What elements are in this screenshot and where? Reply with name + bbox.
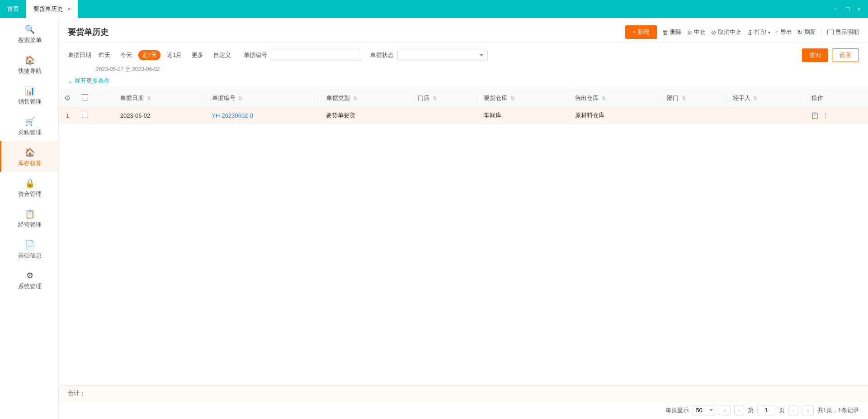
action-icons: 📋 ⋮ xyxy=(811,112,863,119)
search-menu-icon: 🔍 xyxy=(25,24,35,34)
tab-home-label: 首页 xyxy=(7,5,19,13)
filter-row-1: 单据日期 昨天 今天 近7天 近1月 更多 自定义 单据编号 xyxy=(68,48,859,62)
print-dropdown-icon: ▾ xyxy=(768,30,770,35)
row-checkbox-cell[interactable] xyxy=(76,107,115,124)
row-date: 2023-06-02 xyxy=(115,107,206,124)
per-page-select[interactable]: 50 20 100 200 xyxy=(693,405,715,415)
stop-icon: ⊘ xyxy=(687,29,692,36)
table-footer: 合计： xyxy=(59,385,868,401)
col-handler-label: 经手人 xyxy=(733,95,750,101)
doc-number-input[interactable] xyxy=(271,50,361,61)
sidebar-item-nav-label: 快捷导航 xyxy=(18,67,42,75)
shortcut-1month[interactable]: 近1月 xyxy=(163,50,185,60)
col-pending-warehouse-label: 待出仓库 xyxy=(575,95,599,101)
sidebar: 🔍 搜索菜单 🏠 快捷导航 📊 销售管理 🛒 采购管理 🏠 库存核算 🔒 资金管… xyxy=(0,18,59,419)
date-filter-label: 单据日期 xyxy=(68,51,91,59)
expand-more-button[interactable]: ⌄ 展开更多条件 xyxy=(68,77,859,85)
sidebar-item-purchase[interactable]: 🛒 采购管理 xyxy=(0,110,58,141)
row-req-warehouse: 车间库 xyxy=(478,107,570,124)
total-info: 共1页，1条记录 xyxy=(817,406,859,414)
per-page-label: 每页显示 xyxy=(665,406,689,414)
col-checkbox[interactable] xyxy=(76,89,115,107)
table-body: 1 2023-06-02 YH-20230602-0 要货单要货 车间库 原材料… xyxy=(59,107,868,124)
cancel-stop-button[interactable]: ⊘ 取消中止 xyxy=(711,28,741,36)
maximize-button[interactable]: □ xyxy=(846,5,849,13)
sidebar-item-finance-label: 资金管理 xyxy=(18,190,42,198)
filter-area: 单据日期 昨天 今天 近7天 近1月 更多 自定义 单据编号 xyxy=(59,43,868,89)
settings-button[interactable]: 设置 xyxy=(832,48,859,62)
tab-history[interactable]: 要货单历史 × xyxy=(26,0,78,18)
export-button[interactable]: ↑ 导出 xyxy=(776,28,793,36)
shortcut-custom[interactable]: 自定义 xyxy=(210,50,235,60)
sidebar-item-basic-label: 基础信息 xyxy=(18,252,42,260)
sidebar-item-finance[interactable]: 🔒 资金管理 xyxy=(0,172,58,203)
col-pending-warehouse[interactable]: 待出仓库 ⇅ xyxy=(570,89,661,107)
content-area: 要货单历史 + 新增 🗑 删除 ⊘ 中止 ⊘ 取消中止 🖨 打印 xyxy=(59,18,868,419)
col-number-label: 单据编号 xyxy=(212,95,236,101)
col-type[interactable]: 单据类型 ⇅ xyxy=(321,89,412,107)
pagination: 每页显示 50 20 100 200 « ‹ 第 页 › » 共1页，1条记录 xyxy=(59,401,868,419)
shortcut-today[interactable]: 今天 xyxy=(117,50,136,60)
display-detail-input[interactable] xyxy=(827,29,834,35)
print-button[interactable]: 🖨 打印 ▾ xyxy=(747,28,770,36)
new-button[interactable]: + 新增 xyxy=(625,25,656,39)
sidebar-item-system[interactable]: ⚙ 系统管理 xyxy=(0,264,58,295)
page-title: 要货单历史 xyxy=(68,27,108,38)
sidebar-item-nav[interactable]: 🏠 快捷导航 xyxy=(0,49,58,80)
shortcut-more[interactable]: 更多 xyxy=(188,50,207,60)
edit-action-icon[interactable]: 📋 xyxy=(811,112,819,119)
col-handler[interactable]: 经手人 ⇅ xyxy=(727,89,806,107)
delete-button[interactable]: 🗑 删除 xyxy=(662,28,682,36)
date-range-display: 2023-05-27 至 2023-06-02 xyxy=(96,66,160,73)
doc-status-select[interactable] xyxy=(397,50,488,61)
sidebar-item-search[interactable]: 🔍 搜索菜单 xyxy=(0,18,58,49)
top-bar: 首页 要货单历史 × － □ × xyxy=(0,0,868,18)
col-store-sort-icon: ⇅ xyxy=(433,95,437,101)
date-shortcuts: 昨天 今天 近7天 近1月 更多 自定义 xyxy=(95,50,235,60)
shortcut-yesterday[interactable]: 昨天 xyxy=(95,50,114,60)
first-page-button[interactable]: « xyxy=(719,405,730,415)
table-row[interactable]: 1 2023-06-02 YH-20230602-0 要货单要货 车间库 原材料… xyxy=(59,107,868,124)
print-icon: 🖨 xyxy=(747,29,753,36)
col-req-warehouse[interactable]: 要货仓库 ⇅ xyxy=(478,89,570,107)
table-gear-icon[interactable]: ⚙ xyxy=(64,94,71,102)
query-button[interactable]: 查询 xyxy=(802,48,828,62)
col-number[interactable]: 单据编号 ⇅ xyxy=(206,89,321,107)
export-icon: ↑ xyxy=(776,29,779,36)
toolbar-divider xyxy=(821,29,822,36)
inventory-icon: 🏠 xyxy=(25,148,35,157)
row-number-link[interactable]: YH-20230602-0 xyxy=(212,112,253,119)
next-page-button[interactable]: › xyxy=(788,405,798,415)
sidebar-item-operation-label: 经营管理 xyxy=(18,221,42,229)
refresh-button[interactable]: ↻ 刷新 xyxy=(797,28,816,36)
close-button[interactable]: × xyxy=(857,5,861,13)
col-store[interactable]: 门店 ⇅ xyxy=(412,89,478,107)
tab-home[interactable]: 首页 xyxy=(0,0,26,18)
last-page-button[interactable]: » xyxy=(802,405,813,415)
page-prefix: 第 xyxy=(748,406,754,414)
row-checkbox[interactable] xyxy=(82,112,88,118)
more-action-icon[interactable]: ⋮ xyxy=(822,112,829,119)
sidebar-item-basic[interactable]: 📄 基础信息 xyxy=(0,233,58,264)
display-detail-checkbox[interactable]: 显示明细 xyxy=(827,28,859,36)
select-all-checkbox[interactable] xyxy=(82,94,88,100)
sidebar-item-operation[interactable]: 📋 经营管理 xyxy=(0,203,58,233)
col-dept[interactable]: 部门 ⇅ xyxy=(661,89,727,107)
shortcut-7days[interactable]: 近7天 xyxy=(138,50,160,60)
sidebar-item-sales[interactable]: 📊 销售管理 xyxy=(0,80,58,110)
sidebar-item-system-label: 系统管理 xyxy=(18,282,42,290)
col-type-sort-icon: ⇅ xyxy=(353,95,357,101)
col-settings[interactable]: ⚙ xyxy=(59,89,76,107)
stop-button[interactable]: ⊘ 中止 xyxy=(687,28,706,36)
prev-page-button[interactable]: ‹ xyxy=(734,405,744,415)
table-container: ⚙ 单据日期 ⇅ 单据编号 ⇅ xyxy=(59,89,868,385)
cancel-stop-icon: ⊘ xyxy=(711,29,716,36)
minimize-button[interactable]: － xyxy=(832,5,839,13)
sidebar-item-inventory[interactable]: 🏠 库存核算 xyxy=(0,141,58,172)
tab-history-close[interactable]: × xyxy=(67,6,71,12)
toolbar: + 新增 🗑 删除 ⊘ 中止 ⊘ 取消中止 🖨 打印 ▾ xyxy=(625,25,859,39)
col-date[interactable]: 单据日期 ⇅ xyxy=(115,89,206,107)
data-table: ⚙ 单据日期 ⇅ 单据编号 ⇅ xyxy=(59,89,868,124)
row-handler xyxy=(727,107,806,124)
current-page-input[interactable] xyxy=(757,405,775,415)
